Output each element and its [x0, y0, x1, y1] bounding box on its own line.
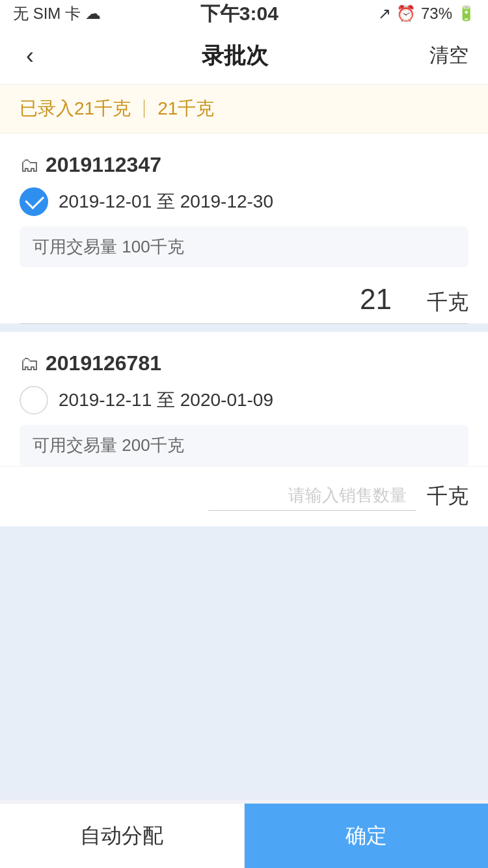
- batch-1-id-icon: 🗂: [20, 154, 39, 176]
- batch-1-available-qty: 可用交易量 100千克: [20, 226, 468, 267]
- batch-2-qty-unit: 千克: [427, 482, 468, 511]
- alarm-icon: ⏰: [396, 5, 416, 23]
- status-right: ↗ ⏰ 73% 🔋: [378, 5, 475, 23]
- qty-input-underline: [208, 482, 416, 511]
- no-sim-label: 无 SIM 卡 ☁: [13, 3, 101, 24]
- batch-1-id: 2019112347: [46, 153, 161, 177]
- batch-2-id: 2019126781: [46, 351, 161, 375]
- status-bar: 无 SIM 卡 ☁ 下午3:04 ↗ ⏰ 73% 🔋: [0, 0, 488, 27]
- auto-distribute-label: 自动分配: [80, 822, 163, 850]
- batch-2-header: 🗂 2019126781: [20, 351, 468, 375]
- batch-2-radio[interactable]: [20, 386, 48, 414]
- footer: 自动分配 确定: [0, 803, 488, 868]
- confirm-label: 确定: [346, 822, 387, 850]
- batch-card-2: 🗂 2019126781 2019-12-11 至 2020-01-09 可用交…: [0, 332, 488, 466]
- batch-2-date: 2019-12-11 至 2020-01-09: [59, 388, 273, 413]
- status-time: 下午3:04: [200, 1, 278, 27]
- section-divider: [0, 324, 488, 332]
- batch-1-header: 🗂 2019112347: [20, 153, 468, 177]
- summary-divider: [144, 100, 144, 118]
- clear-button[interactable]: 清空: [429, 42, 468, 69]
- recorded-label: 已录入21千克: [20, 96, 131, 121]
- status-left: 无 SIM 卡 ☁: [13, 3, 101, 24]
- summary-banner: 已录入21千克 21千克: [0, 85, 488, 133]
- empty-background-area: [0, 526, 488, 800]
- auto-distribute-button[interactable]: 自动分配: [0, 804, 245, 868]
- total-label: 21千克: [157, 96, 214, 121]
- batch-card-1: 🗂 2019112347 2019-12-01 至 2019-12-30 可用交…: [0, 133, 488, 267]
- battery-label: 73%: [421, 5, 452, 23]
- batch-2-qty-input[interactable]: [286, 482, 416, 506]
- location-icon: ↗: [378, 5, 391, 23]
- batch-1-qty-unit: 千克: [427, 288, 468, 317]
- battery-icon: 🔋: [457, 5, 475, 22]
- back-button[interactable]: ‹: [20, 36, 40, 76]
- batch-1-qty-row: 21 千克: [0, 267, 488, 323]
- batch-2-qty-row: 千克: [0, 466, 488, 526]
- batch-2-available-qty: 可用交易量 200千克: [20, 425, 468, 466]
- confirm-button[interactable]: 确定: [245, 804, 489, 868]
- page-title: 录批次: [202, 41, 268, 71]
- nav-bar: ‹ 录批次 清空: [0, 27, 488, 85]
- batch-1-date: 2019-12-01 至 2019-12-30: [59, 189, 273, 214]
- batch-1-date-row: 2019-12-01 至 2019-12-30: [20, 187, 468, 216]
- batch-2-date-row: 2019-12-11 至 2020-01-09: [20, 386, 468, 414]
- batch-1-qty-number: 21: [360, 283, 392, 316]
- batch-1-radio[interactable]: [20, 187, 48, 216]
- batch-2-id-icon: 🗂: [20, 353, 39, 375]
